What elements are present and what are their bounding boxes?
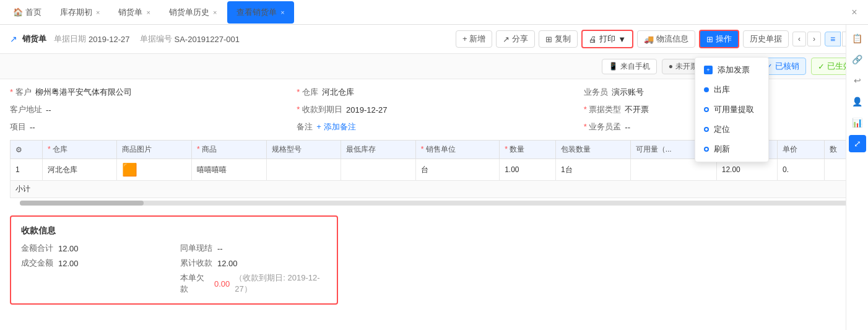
customer-field: 客户 柳州粤港平安气体有限公司 [10,87,284,98]
note-label: 备注 [297,121,313,132]
right-icon-clipboard[interactable]: 📋 [849,30,866,47]
total-row: 金额合计 12.00 [21,243,168,254]
tab-sales-history-label: 销货单历史 [169,7,209,18]
cell-package: 1台 [556,159,631,181]
tab-inventory-init-close[interactable]: × [96,9,100,16]
tab-home-label: 首页 [25,7,41,18]
table-scrollbar[interactable] [20,201,848,206]
tab-bar: 🏠 首页 库存期初 × 销货单 × 销货单历史 × 查看销货单 × × [0,0,868,25]
payment-date-field: 收款到期日 2019-12-27 [297,104,571,115]
share-icon: ↗ [503,35,510,44]
doc-number-field: 单据编号 SA-20191227-001 [140,33,240,45]
warehouse-value: 河北仓库 [322,87,354,98]
project-field: 项目 -- [10,121,284,132]
phone-icon: 📱 [609,62,618,71]
refresh-icon [704,147,709,152]
tab-sales-history-close[interactable]: × [213,9,217,16]
logistics-button[interactable]: 🚚 物流信息 [637,30,695,48]
debt-row: 本单欠款 0.00 （收款到期日: 2019-12-27） [180,272,327,295]
print-dropdown-arrow: ▼ [618,35,626,44]
same-order-label: 同单现结 [180,243,212,254]
doc-date-label: 单据日期 [54,33,86,45]
add-invoice-icon: + [704,66,713,74]
locate-icon [704,127,709,132]
payment-hint: （收款到期日: 2019-12-27） [235,272,327,295]
doc-number-label: 单据编号 [140,33,172,45]
col-package: 包装数量 [556,141,631,159]
payment-date-value: 2019-12-27 [346,105,388,115]
summary-title: 收款信息 [21,225,327,237]
cell-min-stock [341,159,416,181]
right-icon-expand[interactable]: ⤢ [849,135,866,152]
tab-inventory-init[interactable]: 库存期初 × [52,1,108,24]
tab-view-sales[interactable]: 查看销货单 × [227,1,293,24]
toolbar-right: + 新增 ↗ 分享 ⊞ 复制 🖨 打印 ▼ 🚚 物流信息 ⊞ 操作 [456,30,858,48]
doc-meta: 单据日期 2019-12-27 单据编号 SA-20191227-001 [54,33,240,45]
right-icon-undo[interactable]: ↩ [849,72,866,89]
transaction-value: 12.00 [58,259,79,268]
from-phone-button[interactable]: 📱 来自手机 [602,59,657,74]
payment-date-label: 收款到期日 [297,104,342,115]
cell-no: 1 [11,159,43,181]
tab-home[interactable]: 🏠 首页 [5,1,50,24]
tab-sales-order[interactable]: 销货单 × [110,1,158,24]
tab-inventory-init-label: 库存期初 [60,7,92,18]
dropdown-locate[interactable]: 定位 [695,119,768,139]
dropdown-add-invoice[interactable]: + 添加发票 [695,60,768,80]
copy-button[interactable]: ⊞ 复制 [539,30,578,48]
list-view-button[interactable]: ≡ [825,32,841,46]
next-arrow[interactable]: › [807,32,821,46]
doc-type: 销货单 [22,33,46,45]
locate-label: 定位 [714,124,730,135]
cell-warehouse: 河北仓库 [42,159,117,181]
add-note-button[interactable]: + 添加备注 [316,121,355,132]
tab-sales-order-close[interactable]: × [146,9,150,16]
warehouse-field: 仓库 河北仓库 [297,87,571,98]
same-order-value: -- [217,244,223,253]
history-button[interactable]: 历史单据 [743,30,789,48]
quantity-pick-icon [704,107,709,112]
customer-label: 客户 [10,87,32,98]
share-button[interactable]: ↗ 分享 [496,30,535,48]
print-button[interactable]: 🖨 打印 ▼ [581,30,633,48]
col-min-stock: 最低库存 [341,141,416,159]
col-unit: * 销售单位 [415,141,499,159]
subtotal-label: 小计 [11,181,858,198]
invoice-type-label: 票据类型 [584,104,622,115]
col-settings[interactable]: ⚙ [11,141,43,159]
table-scrollbar-thumb[interactable] [20,201,144,206]
subtotal-row: 小计 [11,181,858,198]
right-icon-link[interactable]: 🔗 [849,51,866,68]
dropdown-quantity-pick[interactable]: 可用量提取 [695,100,768,119]
prev-arrow[interactable]: ‹ [792,32,806,46]
dropdown-outbound[interactable]: 出库 [695,80,768,100]
total-value: 12.00 [58,244,79,253]
new-button[interactable]: + 新增 [456,30,492,48]
tab-view-sales-close[interactable]: × [280,9,284,16]
transaction-label: 成交金额 [21,258,53,269]
summary-section: 收款信息 金额合计 12.00 同单现结 -- 成交金额 12.00 累计收款 … [10,215,338,305]
cell-product: 嘻嘻嘻嘻 [192,159,267,181]
cumulative-value: 12.00 [217,259,238,268]
doc-header: ↗ 销货单 单据日期 2019-12-27 单据编号 SA-20191227-0… [0,25,868,54]
address-field: 客户地址 -- [10,104,284,115]
copy-icon: ⊞ [545,35,552,44]
operations-button[interactable]: ⊞ 操作 [699,30,739,48]
col-quantity: * 数量 [500,141,556,159]
warehouse-label: 仓库 [297,87,318,98]
col-warehouse: * 仓库 [42,141,117,159]
operations-dropdown: + 添加发票 出库 可用量提取 定位 刷新 [695,57,769,162]
doc-icon: ↗ [10,34,17,44]
dropdown-refresh[interactable]: 刷新 [695,139,768,159]
cumulative-label: 累计收款 [180,258,212,269]
sales-employee-value: -- [625,123,630,132]
window-close-button[interactable]: × [846,4,863,21]
right-icon-user[interactable]: 👤 [849,93,866,110]
employee-label: 业务员 [584,87,608,98]
invoice-type-value: 不开票 [625,104,649,115]
right-icon-chart[interactable]: 📊 [849,114,866,131]
tab-sales-history[interactable]: 销货单历史 × [161,1,225,24]
cell-price: 0. [778,159,825,181]
cumulative-row: 累计收款 12.00 [180,258,327,269]
project-value: -- [30,123,35,132]
